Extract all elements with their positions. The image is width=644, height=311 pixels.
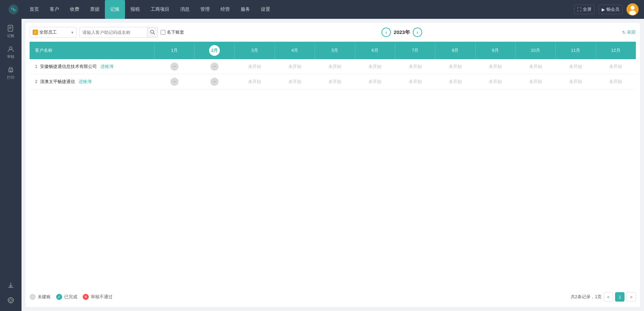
- year-label: 2023年: [394, 29, 410, 36]
- active-month-circle: 2月: [209, 45, 220, 56]
- row1-m9: 未开始: [475, 59, 515, 74]
- status-not-started: 未开始: [609, 79, 622, 84]
- row2-enter-link[interactable]: 进账簿: [79, 79, 92, 84]
- svg-line-21: [153, 33, 155, 34]
- employee-select[interactable]: 人 全部员工 ▾: [30, 27, 77, 38]
- check-icon: ✓: [57, 295, 61, 299]
- sidebar-item-review[interactable]: 审核: [1, 42, 20, 62]
- sidebar-item-support[interactable]: [1, 294, 20, 307]
- fullscreen-label: 全屏: [583, 6, 592, 12]
- status-not-started: 未开始: [328, 64, 341, 69]
- main-content: 人 全部员工 ▾ 名下账套: [22, 19, 644, 311]
- nav-business[interactable]: 工商项目: [145, 0, 175, 19]
- status-not-started: 未开始: [288, 79, 301, 84]
- nav-bookkeeping[interactable]: 记账: [105, 0, 125, 19]
- prev-page-button[interactable]: <: [604, 292, 613, 302]
- row1-enter-link[interactable]: 进账簿: [100, 64, 114, 69]
- dropdown-arrow-icon: ▾: [71, 30, 74, 35]
- sidebar-item-print[interactable]: 打印: [1, 63, 20, 83]
- fullscreen-button[interactable]: ⛶ 全屏: [574, 5, 595, 14]
- table-footer: − 未建账 ✓ 已完成 ✕ 审核不通过 共2条记录，: [30, 289, 636, 303]
- status-not-started: 未开始: [288, 64, 301, 69]
- status-dash-icon: −: [210, 78, 218, 86]
- play-icon: ▶: [602, 7, 605, 12]
- bookkeeping-table: 客户名称 1月 2月 3月 4月 5月 6月 7月 8月 9月: [30, 42, 636, 89]
- nav-management[interactable]: 管理: [195, 0, 215, 19]
- sidebar-item-download[interactable]: [1, 279, 20, 292]
- legend-dot-teal: ✓: [56, 294, 62, 300]
- page-1-button[interactable]: 1: [615, 292, 625, 302]
- sidebar-item-bookkeeping[interactable]: 记账: [1, 22, 20, 41]
- my-accounts-checkbox[interactable]: [161, 30, 165, 35]
- book-icon: [7, 24, 15, 32]
- header-row: 客户名称 1月 2月 3月 4月 5月 6月 7月 8月 9月: [30, 42, 636, 59]
- search-wrap: [79, 27, 158, 38]
- svg-point-4: [629, 10, 636, 15]
- row2-m7: 未开始: [395, 74, 435, 89]
- status-not-started: 未开始: [569, 79, 582, 84]
- col-header-dec: 12月: [596, 42, 636, 59]
- search-input[interactable]: [80, 30, 147, 35]
- row2-m9: 未开始: [475, 74, 515, 89]
- status-not-started: 未开始: [409, 79, 422, 84]
- nav-customers[interactable]: 客户: [44, 0, 65, 19]
- status-not-started: 未开始: [529, 79, 542, 84]
- row1-name-cell: 1 安徽畅捷通信息技术有限公司 进账簿: [30, 59, 154, 74]
- refresh-button[interactable]: ↻ 刷新: [622, 29, 636, 35]
- row2-m12: 未开始: [596, 74, 636, 89]
- year-nav: ‹ 2023年 ›: [381, 28, 422, 37]
- status-not-started: 未开始: [489, 79, 502, 84]
- employee-label: 全部员工: [39, 29, 70, 35]
- col-header-apr: 4月: [275, 42, 315, 59]
- row2-m4: 未开始: [275, 74, 315, 89]
- vip-label: 畅会员: [606, 6, 619, 12]
- nav-home[interactable]: 首页: [24, 0, 44, 19]
- row1-m6: 未开始: [355, 59, 395, 74]
- row1-m3: 未开始: [235, 59, 275, 74]
- person-icon: [7, 45, 15, 53]
- sidebar-bookkeeping-label: 记账: [7, 33, 14, 38]
- employee-icon: 人: [33, 30, 38, 35]
- svg-point-15: [9, 299, 12, 302]
- nav-operations[interactable]: 经营: [215, 0, 235, 19]
- next-page-button[interactable]: >: [627, 292, 636, 302]
- search-button[interactable]: [147, 27, 158, 38]
- status-not-started: 未开始: [248, 79, 261, 84]
- nav-tax[interactable]: 报税: [125, 0, 145, 19]
- sidebar-bottom: [1, 279, 20, 311]
- row1-m7: 未开始: [395, 59, 435, 74]
- col-header-sep: 9月: [475, 42, 515, 59]
- row1-num: 1: [35, 64, 37, 69]
- col-header-aug: 8月: [435, 42, 475, 59]
- vip-button[interactable]: ▶ 畅会员: [599, 5, 622, 14]
- status-not-started: 未开始: [449, 79, 462, 84]
- row1-m12: 未开始: [596, 59, 636, 74]
- row2-m3: 未开始: [235, 74, 275, 89]
- nav-billing[interactable]: 收费: [65, 0, 85, 19]
- nav-service[interactable]: 服务: [235, 0, 255, 19]
- row1-m4: 未开始: [275, 59, 315, 74]
- my-accounts-checkbox-wrap[interactable]: 名下账套: [161, 29, 184, 35]
- legend-completed-label: 已完成: [64, 294, 77, 300]
- pagination: 共2条记录，1页 < 1 >: [571, 292, 636, 302]
- nav-messages[interactable]: 消息: [175, 0, 195, 19]
- svg-point-9: [9, 47, 12, 49]
- row2-m10: 未开始: [515, 74, 555, 89]
- status-not-started: 未开始: [489, 64, 502, 69]
- row2-m8: 未开始: [435, 74, 475, 89]
- table-body: 1 安徽畅捷通信息技术有限公司 进账簿 − − 未开始 未开始 未开始 未开始 …: [30, 59, 636, 89]
- next-year-button[interactable]: ›: [413, 28, 422, 37]
- user-avatar[interactable]: [627, 3, 639, 15]
- status-dash-icon: −: [210, 63, 218, 71]
- fullscreen-icon: ⛶: [577, 7, 581, 12]
- toolbar: 人 全部员工 ▾ 名下账套: [30, 27, 636, 38]
- col-header-feb: 2月: [195, 42, 235, 59]
- nav-settings[interactable]: 设置: [255, 0, 276, 19]
- col-header-nov: 11月: [556, 42, 596, 59]
- legend-not-built-label: 未建账: [38, 294, 51, 300]
- nav-invoices[interactable]: 票据: [85, 0, 105, 19]
- row2-m5: 未开始: [315, 74, 355, 89]
- prev-year-button[interactable]: ‹: [381, 28, 391, 37]
- status-dash-icon: −: [170, 63, 178, 71]
- col-header-may: 5月: [315, 42, 355, 59]
